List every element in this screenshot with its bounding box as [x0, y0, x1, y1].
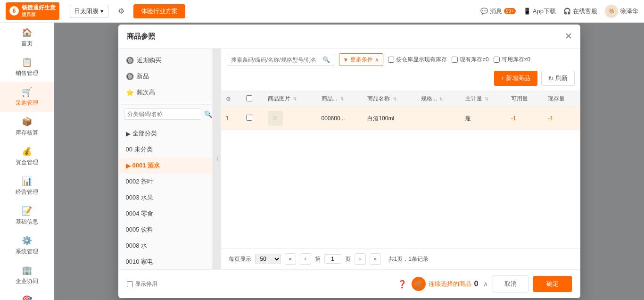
product-search-input[interactable]	[231, 57, 321, 63]
app-download-btn[interactable]: 📱 App下载	[523, 7, 556, 16]
show-disabled-input[interactable]	[127, 281, 133, 287]
cart-description-label: 连续选择的商品	[429, 280, 471, 288]
enterprise-icon: 🏢	[22, 265, 32, 275]
checkbox-available-stock[interactable]: 可用库存≠0	[494, 56, 530, 64]
th-code: 商品... ⇅	[317, 91, 363, 107]
product-search-icon[interactable]: 🔍	[322, 56, 330, 63]
tab-new[interactable]: 🔘 新品	[118, 68, 212, 84]
sort-image-icon[interactable]: ⇅	[293, 96, 297, 101]
left-panel-collapse-btn[interactable]: 《	[213, 49, 221, 269]
gear-icon[interactable]: ⚙	[115, 5, 128, 18]
sort-spec-icon[interactable]: ⇅	[439, 96, 443, 101]
sidebar-item-sales[interactable]: 📋 销售管理	[0, 52, 54, 82]
category-all[interactable]: ▶ 全部分类	[118, 125, 212, 142]
toolbar-right-btns: + 新增商品 ↻ 刷新	[494, 71, 574, 86]
table-row[interactable]: 1 图 000600... 白酒100ml 瓶 -1	[221, 107, 580, 130]
category-search-icon[interactable]: 🔍	[204, 110, 212, 118]
modal-title: 商品参照	[127, 32, 155, 41]
sort-code-icon[interactable]: ⇅	[340, 96, 344, 101]
sidebar-item-operations[interactable]: 📊 经营管理	[0, 171, 54, 201]
th-unit: 主计量 ⇅	[461, 91, 506, 107]
footer-cart: 🛒 连续选择的商品 0	[412, 277, 479, 291]
sidebar-label-enterprise: 企业协同	[16, 277, 38, 285]
operations-icon: 📊	[22, 176, 32, 186]
select-all-checkbox[interactable]	[246, 95, 252, 101]
th-checkbox[interactable]	[241, 91, 263, 107]
category-0005[interactable]: 0005 饮料	[118, 222, 212, 238]
tab-frequent[interactable]: ⭐ 频次高	[118, 84, 212, 100]
sidebar-item-inventory[interactable]: 📦 库存核算	[0, 112, 54, 142]
category-0001[interactable]: ▶ 0001 酒水	[118, 158, 212, 174]
per-page-select[interactable]: 50 100 200	[255, 254, 281, 264]
star-icon: ⭐	[126, 89, 134, 96]
page-number-input[interactable]	[324, 254, 341, 264]
sidebar-item-purchase[interactable]: 🛒 采购管理	[0, 82, 54, 112]
add-product-btn[interactable]: + 新增商品	[494, 71, 537, 86]
online-service-btn[interactable]: 🎧 在线客服	[563, 7, 597, 16]
category-0002-label: 0002 茶叶	[126, 177, 154, 186]
product-table-wrap: ⚙ 商品图片 ⇅ 商品... ⇅	[221, 91, 580, 248]
basic-icon: 📝	[22, 206, 32, 216]
more-filters-btn[interactable]: ▼ 更多条件 ∧	[339, 53, 384, 66]
row-checkbox[interactable]	[246, 115, 252, 121]
tab-recent[interactable]: 🔘 近期购买	[118, 52, 212, 68]
sidebar-label-sales: 销售管理	[16, 69, 38, 77]
next-page-btn[interactable]: ›	[355, 253, 366, 265]
th-settings[interactable]: ⚙	[221, 91, 241, 107]
sidebar-item-enterprise[interactable]: 🏢 企业协同	[0, 260, 54, 290]
app-download-label: App下载	[533, 7, 556, 16]
sidebar-item-finance[interactable]: 💰 资金管理	[0, 142, 54, 171]
checkbox-available-input[interactable]	[494, 57, 500, 63]
help-icon[interactable]: ❓	[397, 280, 407, 289]
arrow-0001-icon: ▶	[126, 162, 131, 169]
pagination: 每页显示 50 100 200 « ‹ 第 页 › » 共1页，1条记	[221, 248, 580, 269]
online-service-label: 在线客服	[573, 7, 597, 16]
category-all-label: 全部分类	[132, 129, 157, 138]
cell-unit: 瓶	[461, 107, 506, 130]
confirm-btn[interactable]: 确定	[533, 276, 572, 292]
category-0010-label: 0010 家电	[126, 258, 154, 266]
cell-index: 1	[221, 107, 241, 130]
sidebar-item-home[interactable]: 🏠 首页	[0, 23, 54, 52]
user-avatar[interactable]: 徐 徐泽华	[605, 5, 638, 18]
last-page-btn[interactable]: »	[370, 253, 381, 265]
checkbox-has-stock-input[interactable]	[452, 57, 458, 63]
category-0002[interactable]: 0002 茶叶	[118, 174, 212, 190]
cell-spec	[416, 107, 461, 130]
table-body: 1 图 000600... 白酒100ml 瓶 -1	[221, 107, 580, 130]
cart-collapse-icon[interactable]: ∧	[483, 280, 488, 288]
th-spec: 规格... ⇅	[416, 91, 461, 107]
first-page-btn[interactable]: «	[285, 253, 296, 265]
modal-close-icon[interactable]: ✕	[565, 31, 572, 42]
checkbox-has-stock[interactable]: 现有库存≠0	[452, 56, 488, 64]
cancel-btn[interactable]: 取消	[493, 275, 528, 292]
nav-dropdown[interactable]: 日太阳膜 ▾	[69, 5, 109, 18]
category-0003[interactable]: 0003 水果	[118, 190, 212, 206]
cell-image: 图	[263, 107, 317, 130]
messages-btn[interactable]: 💬 消息 99+	[480, 7, 516, 16]
checkbox-warehouse-stock[interactable]: 按仓库显示现有库存	[388, 56, 447, 64]
sort-unit-icon[interactable]: ⇅	[485, 96, 488, 101]
refresh-btn[interactable]: ↻ 刷新	[541, 71, 575, 86]
checkbox-warehouse-label: 按仓库显示现有库存	[396, 56, 447, 64]
cell-checkbox[interactable]	[241, 107, 263, 130]
show-disabled-checkbox[interactable]: 显示停用	[127, 280, 157, 288]
category-search-input[interactable]	[124, 108, 201, 120]
cart-count: 0	[474, 280, 479, 288]
trial-btn[interactable]: 体验行业方案	[133, 4, 185, 18]
sidebar-item-system[interactable]: ⚙️ 系统管理	[0, 231, 54, 260]
sidebar-item-basic[interactable]: 📝 基础信息	[0, 201, 54, 231]
category-00[interactable]: 00 未分类	[118, 142, 212, 158]
category-0001-label: 0001 酒水	[132, 161, 160, 170]
category-0008[interactable]: 0008 水	[118, 238, 212, 254]
sort-name-icon[interactable]: ⇅	[393, 96, 396, 101]
prev-page-btn[interactable]: ‹	[300, 253, 311, 265]
sidebar-label-operations: 经营管理	[16, 188, 38, 196]
checkbox-warehouse-input[interactable]	[388, 57, 394, 63]
cart-icon[interactable]: 🛒	[412, 277, 426, 291]
collapse-icon: 《	[214, 156, 219, 162]
modal-toolbar: 🔍 ▼ 更多条件 ∧ 按仓库显示现有库存	[221, 49, 580, 91]
sidebar-item-guide[interactable]: 🎯 新手引导	[0, 290, 54, 300]
category-0004[interactable]: 0004 零食	[118, 206, 212, 222]
category-0010[interactable]: 0010 家电	[118, 254, 212, 269]
